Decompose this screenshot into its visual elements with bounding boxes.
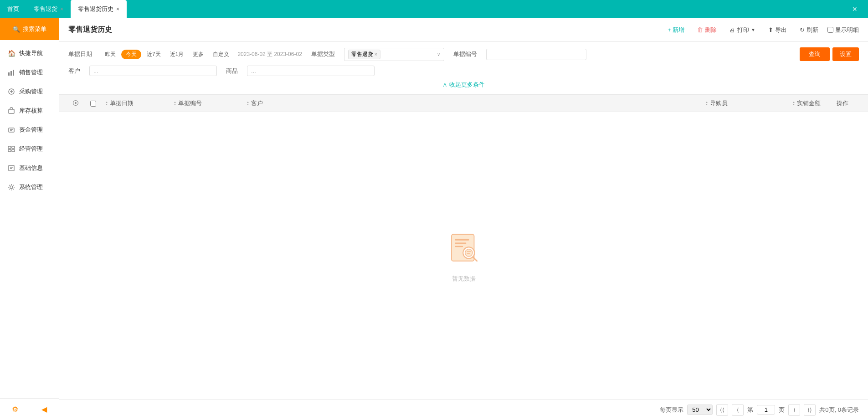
goods-ellipsis: ... — [251, 67, 256, 74]
date-btn-1month[interactable]: 近1月 — [166, 50, 188, 59]
sidebar-item-sales-mgmt[interactable]: 销售管理 — [0, 63, 59, 82]
svg-rect-5 — [9, 128, 14, 132]
sort-number-icon — [173, 100, 177, 107]
svg-rect-7 — [12, 146, 15, 149]
filter-row-2: 客户 ... 商品 ... — [68, 66, 859, 76]
sort-amount-icon — [792, 100, 796, 107]
print-button[interactable]: 🖨 打印 ▼ — [726, 24, 759, 36]
page-header: 零售退货历史 + 新增 🗑 删除 🖨 打印 ▼ ⬆ 导出 ↻ 刷新 — [59, 18, 868, 42]
voucher-number-input[interactable] — [486, 49, 586, 60]
main-layout: 🔍 搜索菜单 🏠 快捷导航 销售管理 采购管理 — [0, 18, 868, 420]
sidebar-item-quick-nav-label: 快捷导航 — [19, 49, 43, 57]
customer-label: 客户 — [68, 67, 80, 75]
refresh-icon: ↻ — [800, 26, 805, 33]
settings-button[interactable]: 设置 — [832, 47, 859, 61]
svg-rect-15 — [455, 239, 469, 241]
voucher-type-tag: 零售退货 × — [348, 50, 380, 59]
collapse-row: ∧ 收起更多条件 — [68, 81, 859, 89]
sidebar-collapse-btn[interactable]: ◀ — [41, 405, 47, 414]
th-date[interactable]: 单据日期 — [101, 99, 169, 108]
svg-rect-2 — [13, 70, 14, 76]
first-page-btn[interactable]: ⟨⟨ — [716, 404, 728, 416]
th-number[interactable]: 单据编号 — [169, 99, 242, 108]
next-page-btn[interactable]: ⟩ — [788, 404, 800, 416]
per-page-label: 每页显示 — [660, 406, 683, 414]
th-checkbox[interactable] — [85, 101, 101, 107]
delete-button[interactable]: 🗑 删除 — [693, 24, 720, 36]
page-prefix-label: 第 — [747, 406, 753, 414]
date-btn-custom[interactable]: 自定义 — [209, 50, 233, 59]
query-button[interactable]: 查询 — [800, 47, 830, 61]
filter-area: 单据日期 昨天 今天 近7天 近1月 更多 自定义 2023-06-02 至 2… — [59, 42, 868, 95]
sidebar-bottom: ⚙ ◀ — [0, 398, 59, 420]
sidebar-item-purchase-mgmt[interactable]: 采购管理 — [0, 82, 59, 101]
tab-retail-return-history-close[interactable]: × — [116, 6, 119, 12]
prev-page-btn[interactable]: ⟨ — [732, 404, 744, 416]
sidebar-search[interactable]: 🔍 搜索菜单 — [0, 18, 59, 40]
tab-home[interactable]: 首页 — [0, 0, 26, 18]
voucher-number-label: 单据编号 — [453, 50, 477, 58]
sidebar-menu: 🏠 快捷导航 销售管理 采购管理 库存核算 — [0, 40, 59, 398]
goods-select[interactable]: ... — [247, 66, 375, 76]
page-title: 零售退货历史 — [68, 25, 112, 35]
th-guide[interactable]: 导购员 — [701, 99, 770, 108]
export-icon: ⬆ — [768, 26, 773, 33]
voucher-type-arrow: ∨ — [437, 52, 440, 57]
customer-ellipsis: ... — [93, 67, 98, 74]
customer-select[interactable]: ... — [89, 66, 217, 76]
show-detail-checkbox[interactable] — [827, 27, 833, 33]
table-area: 单据日期 单据编号 客户 — [59, 95, 868, 399]
total-info: 共0页, 0条记录 — [819, 406, 859, 414]
date-btn-today[interactable]: 今天 — [121, 50, 141, 59]
tab-retail-return[interactable]: 零售退货 × — [26, 0, 71, 18]
tab-retail-return-label: 零售退货 — [34, 5, 57, 13]
voucher-type-remove[interactable]: × — [375, 51, 377, 57]
tab-retail-return-history[interactable]: 零售退货历史 × — [71, 0, 127, 18]
content-area: 零售退货历史 + 新增 🗑 删除 🖨 打印 ▼ ⬆ 导出 ↻ 刷新 — [59, 18, 868, 420]
tab-retail-return-close[interactable]: × — [60, 6, 63, 12]
th-settings[interactable] — [67, 100, 85, 108]
page-actions: + 新增 🗑 删除 🖨 打印 ▼ ⬆ 导出 ↻ 刷新 显示明细 — [664, 24, 859, 36]
date-btn-more[interactable]: 更多 — [189, 50, 207, 59]
th-guide-label: 导购员 — [710, 99, 728, 108]
svg-rect-1 — [10, 71, 12, 76]
voucher-type-value: 零售退货 — [351, 51, 373, 58]
export-button[interactable]: ⬆ 导出 — [765, 24, 791, 36]
filter-row-1: 单据日期 昨天 今天 近7天 近1月 更多 自定义 2023-06-02 至 2… — [68, 47, 859, 61]
print-icon: 🖨 — [729, 26, 735, 33]
window-close-button[interactable]: × — [848, 3, 861, 16]
sidebar-item-basic-info[interactable]: 基础信息 — [0, 159, 59, 178]
basic-info-icon — [7, 164, 15, 172]
new-button[interactable]: + 新增 — [664, 24, 688, 36]
date-filter: 昨天 今天 近7天 近1月 更多 自定义 2023-06-02 至 2023-0… — [101, 50, 302, 59]
sidebar-item-operations[interactable]: 经营管理 — [0, 139, 59, 159]
tab-list: 首页 零售退货 × 零售退货历史 × — [0, 0, 848, 18]
date-btn-7days[interactable]: 近7天 — [143, 50, 164, 59]
th-customer[interactable]: 客户 — [242, 99, 701, 108]
sidebar-item-operations-label: 经营管理 — [19, 145, 43, 153]
query-settings-group: 查询 设置 — [800, 47, 859, 61]
date-range-display: 2023-06-02 至 2023-06-02 — [237, 51, 302, 58]
svg-rect-16 — [455, 243, 466, 244]
sidebar-settings-btn[interactable]: ⚙ — [12, 405, 18, 414]
th-amount[interactable]: 实销金额 — [770, 99, 824, 108]
purchase-icon — [7, 87, 15, 96]
tab-retail-return-history-label: 零售退货历史 — [78, 5, 113, 13]
voucher-type-select[interactable]: 零售退货 × ∨ — [344, 48, 444, 61]
sys-mgmt-icon — [7, 183, 15, 191]
sidebar-item-sales-label: 销售管理 — [19, 68, 43, 77]
sort-date-icon — [105, 100, 108, 107]
top-bar: 首页 零售退货 × 零售退货历史 × × — [0, 0, 868, 18]
per-page-select[interactable]: 50 10 20 100 — [687, 405, 713, 415]
sidebar-item-quick-nav[interactable]: 🏠 快捷导航 — [0, 44, 59, 63]
collapse-more-btn[interactable]: ∧ 收起更多条件 — [442, 81, 485, 89]
refresh-button[interactable]: ↻ 刷新 — [796, 24, 822, 36]
date-btn-yesterday[interactable]: 昨天 — [101, 50, 119, 59]
select-all-checkbox[interactable] — [90, 101, 96, 107]
sidebar-item-finance-label: 资金管理 — [19, 126, 43, 134]
last-page-btn[interactable]: ⟩⟩ — [804, 404, 816, 416]
sidebar-item-finance[interactable]: 资金管理 — [0, 120, 59, 139]
sidebar-item-inventory[interactable]: 库存核算 — [0, 101, 59, 120]
page-number-input[interactable]: 1 — [757, 405, 775, 415]
sidebar-item-sys-mgmt[interactable]: 系统管理 — [0, 178, 59, 197]
